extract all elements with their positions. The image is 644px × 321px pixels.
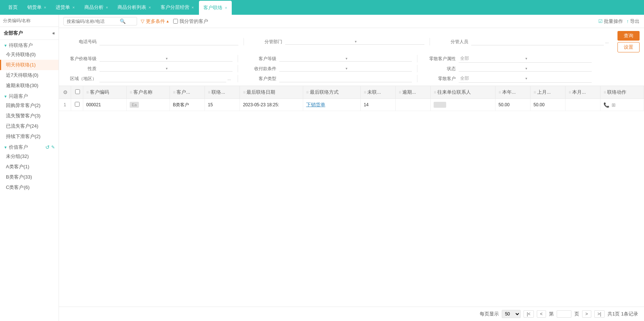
sidebar-search-input[interactable] <box>3 18 58 23</box>
filter-nature-select[interactable]: ▾ <box>99 66 232 72</box>
sidebar-section-problem: ▼ 问题客户 <box>0 91 59 100</box>
th-this-month: 本月... <box>566 86 601 99</box>
divider-1 <box>244 38 244 45</box>
filter-nature: 性质 ▾ <box>63 66 232 72</box>
filter-price-level-select[interactable]: ▾ <box>99 56 232 62</box>
nav-product-analysis-list[interactable]: 商品分析列表 × <box>113 0 155 15</box>
edit-value-icon[interactable]: ✎ <box>51 145 55 150</box>
check-square-icon: ☑ <box>598 18 603 24</box>
filter-phone-input[interactable] <box>99 38 238 45</box>
filter-payment-label: 收付款条件 <box>243 66 276 72</box>
select-all-checkbox[interactable] <box>75 89 80 94</box>
th-uncontacted: 未联... <box>361 86 396 99</box>
close-purchase-order-icon[interactable]: × <box>72 5 74 10</box>
th-code: 客户编码 <box>83 86 127 99</box>
sidebar-item-ungrouped[interactable]: 未分组(32) <box>0 151 59 162</box>
sidebar-item-tomorrow-pending[interactable]: 明天待联络(1) <box>0 60 59 70</box>
filter-person-input[interactable] <box>471 38 604 45</box>
filter-dept-select[interactable]: ▾ <box>285 39 424 45</box>
page-label2: 页 <box>574 311 579 317</box>
close-customer-contact-icon[interactable]: × <box>225 6 227 10</box>
sidebar-item-7days-pending[interactable]: 近7天待联络(0) <box>0 70 59 80</box>
table-row: 1 000021 Ea B类客户 15 2023-05-23 18:25: 下销… <box>59 99 644 111</box>
close-product-analysis-list-icon[interactable]: × <box>148 5 151 10</box>
filter-person-label: 分管人员 <box>435 39 468 45</box>
filter-customer-level-select[interactable]: ▾ <box>279 56 412 62</box>
action-icons-cell: 📞 ⊞ <box>603 102 641 108</box>
sidebar-item-overdue-contact[interactable]: 逾期未联络(30) <box>0 80 59 91</box>
chevron-up-icon: ▲ <box>166 19 169 23</box>
sidebar-item-churned[interactable]: 已流失客户(24) <box>0 121 59 131</box>
filter-dept: 分管部门 ▾ <box>249 39 424 45</box>
td-num: 1 <box>59 99 71 111</box>
td-last-month: 50.00 <box>531 99 566 111</box>
settings-header-icon[interactable]: ⚙ <box>63 89 68 95</box>
current-page-input[interactable]: 1 <box>557 310 571 318</box>
td-checkbox[interactable] <box>71 99 83 111</box>
divider-4 <box>417 55 417 62</box>
filter-row-4: 区域（地区） ... 客户类型 零散客户 全部 ▾ <box>63 75 640 83</box>
nav-home[interactable]: 首页 <box>4 0 22 15</box>
filter-payment-select[interactable]: ▾ <box>279 66 412 72</box>
filter-search-box[interactable]: 🔍 <box>63 17 137 25</box>
filter-scatter-customer-select[interactable]: 全部 ▾ <box>459 75 592 83</box>
total-records-label: 共1页 1条记录 <box>608 311 638 317</box>
sidebar-item-declining[interactable]: 持续下滑客户(2) <box>0 131 59 142</box>
sidebar-section-pending: ▼ 待联络客户 <box>0 40 59 49</box>
td-overdue <box>396 99 431 111</box>
filter-region-input[interactable] <box>99 75 226 82</box>
nav-customer-tier[interactable]: 客户分层经营 × <box>156 0 198 15</box>
search-input[interactable] <box>67 19 118 24</box>
per-page-select[interactable]: 50 100 200 <box>502 310 521 318</box>
filter-customer-type-input[interactable] <box>279 75 412 82</box>
sidebar-item-repurchase-abnormal[interactable]: 回购异常客户(2) <box>0 100 59 111</box>
sidebar-item-churn-warning[interactable]: 流失预警客户(3) <box>0 111 59 121</box>
prev-page-btn[interactable]: < <box>537 310 546 318</box>
divider-7 <box>238 75 238 82</box>
nav-sales-order[interactable]: 销货单 × <box>23 0 50 15</box>
nav-purchase-order[interactable]: 进货单 × <box>51 0 79 15</box>
triangle-problem-icon: ▼ <box>4 94 7 99</box>
filter-scatter-attr: 零散客户属性 全部 ▾ <box>423 55 592 63</box>
phone-action-icon[interactable]: 📞 <box>603 102 609 108</box>
sidebar-item-class-b[interactable]: B类客户(33) <box>0 172 59 182</box>
filter-scatter-attr-select[interactable]: 全部 ▾ <box>459 55 592 63</box>
collapse-sidebar-icon[interactable]: « <box>52 31 55 36</box>
reset-btn[interactable]: 设置 <box>617 42 640 52</box>
first-page-btn[interactable]: |< <box>524 310 534 318</box>
more-conditions-btn[interactable]: ▽ 更多条件 ▲ <box>141 18 169 25</box>
close-sales-order-icon[interactable]: × <box>44 5 46 10</box>
filter-region-ellipsis[interactable]: ... <box>226 76 232 81</box>
last-page-btn[interactable]: >| <box>594 310 605 318</box>
my-customers-checkbox-area[interactable]: 我分管的客户 <box>173 18 208 25</box>
filter-row-1: 电话号码 分管部门 ▾ 分管人员 ... <box>63 31 640 52</box>
query-btn[interactable]: 查询 <box>617 31 640 41</box>
td-last-date: 2023-05-23 18:25: <box>240 99 303 111</box>
close-customer-tier-icon[interactable]: × <box>192 5 194 10</box>
divider-8 <box>417 75 417 82</box>
nav-customer-contact[interactable]: 客户联络 × <box>199 1 231 15</box>
sidebar-item-class-a[interactable]: A类客户(1) <box>0 162 59 172</box>
my-customers-checkbox[interactable] <box>173 19 178 24</box>
sidebar-item-class-c[interactable]: C类客户(6) <box>0 182 59 193</box>
batch-op-btn[interactable]: ☑ 批量操作 <box>598 18 623 25</box>
last-contact-link[interactable]: 下销货单 <box>306 102 325 107</box>
filter-scatter-attr-label: 零散客户属性 <box>423 56 456 62</box>
sidebar-item-today-pending[interactable]: 今天待联络(0) <box>0 49 59 60</box>
filter-person-ellipsis[interactable]: ... <box>604 39 610 44</box>
row-checkbox[interactable] <box>75 102 80 107</box>
qr-action-icon[interactable]: ⊞ <box>612 102 616 108</box>
filter-search-icon[interactable]: 🔍 <box>120 18 126 24</box>
td-actions: 📞 ⊞ <box>601 99 644 111</box>
close-product-analysis-icon[interactable]: × <box>106 5 108 10</box>
td-last-method[interactable]: 下销货单 <box>303 99 360 111</box>
sidebar-all-customers[interactable]: 全部客户 « <box>0 27 59 40</box>
refresh-value-icon[interactable]: ↺ <box>45 144 50 150</box>
filter-customer-type-label: 客户类型 <box>243 76 276 82</box>
next-page-btn[interactable]: > <box>582 310 591 318</box>
sidebar-search-box[interactable]: 🔍 <box>0 15 59 27</box>
td-uncontacted: 14 <box>361 99 396 111</box>
filter-status-select[interactable]: ▾ <box>459 66 592 72</box>
export-btn[interactable]: ↑ 导出 <box>627 18 640 25</box>
nav-product-analysis[interactable]: 商品分析 × <box>80 0 112 15</box>
